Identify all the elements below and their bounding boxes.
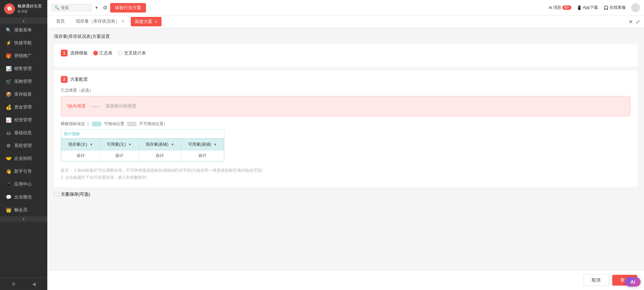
indicator-label-text: 模板指标设定（ xyxy=(61,121,89,127)
wechat-icon: 💬 xyxy=(5,194,11,200)
sidebar-item-marketing[interactable]: 🎁 营销推广 xyxy=(0,49,47,62)
sidebar-item-label: 销售管理 xyxy=(14,66,32,72)
app-version: 标准版 xyxy=(18,9,42,14)
dim-arrow: —— xyxy=(91,104,100,109)
tab-new-scheme[interactable]: 新建方案 ✕ xyxy=(131,17,162,26)
save-checkbox[interactable] xyxy=(54,192,59,197)
radio-summary-label: 汇总表 xyxy=(99,50,113,56)
sidebar-item-wechat[interactable]: 💬 企业微信 xyxy=(0,191,47,203)
sidebar-item-finance[interactable]: 💰 资金管理 xyxy=(0,101,47,114)
col-header-1[interactable]: 可用量(主) ▼ xyxy=(100,139,139,150)
sidebar-item-appstore[interactable]: 📱 应用中心 xyxy=(0,178,47,191)
col-chevron-2: ▼ xyxy=(171,143,174,146)
app-name: 畅康通好生意 xyxy=(18,4,42,9)
app-download-button[interactable]: 📱 App下载 xyxy=(577,5,598,10)
ai-button[interactable]: Ai xyxy=(625,277,641,287)
template-radio-group: 汇总表 交叉统计表 xyxy=(93,50,146,56)
cancel-button[interactable]: 取消 xyxy=(583,274,609,286)
search-input[interactable] xyxy=(61,5,88,10)
inventory-icon: 📦 xyxy=(5,91,11,97)
collapse-button[interactable]: ◀ xyxy=(32,281,36,287)
cell-0-1: 合计 xyxy=(100,150,139,161)
sidebar-item-operations[interactable]: 📈 经营管理 xyxy=(0,114,47,126)
col-header-0[interactable]: 现存量(主) ▼ xyxy=(61,139,100,150)
sidebar-scroll-down[interactable]: ▼ xyxy=(0,216,47,222)
page-title: 现存量(库存状况表)方案设置 xyxy=(54,33,637,40)
stats-table: 现存量(主) ▼ 可用量(主) ▼ 现存量(基辅) ▼ xyxy=(61,139,224,161)
sidebar-item-label: 资金管理 xyxy=(14,104,32,110)
search-icon: 🔍 xyxy=(5,27,11,33)
customer-service-button[interactable]: 🎧 在线客服 xyxy=(603,5,626,10)
search-icon: 🔍 xyxy=(54,5,59,10)
finance-icon: 💰 xyxy=(5,104,11,110)
main-area: 🔍 ▼ ⚙ 体验行业方案 ✉ 消息 99+ 📱 App下载 🎧 在线客服 xyxy=(47,0,644,290)
trial-button[interactable]: 体验行业方案 xyxy=(110,3,146,13)
step1-badge: 1 xyxy=(61,50,68,56)
tab-close-all-icon[interactable]: ✕ xyxy=(628,19,633,25)
tab-home-label: 首页 xyxy=(56,18,65,24)
sidebar-item-label: 营销推广 xyxy=(14,53,32,59)
tab-home[interactable]: 首页 xyxy=(51,16,70,28)
stats-section: 统计指标 现存量(主) ▼ 可用量(主) ▼ xyxy=(61,129,224,162)
sidebar-item-nav[interactable]: ⚡ 快捷导航 xyxy=(0,37,47,49)
indicator-config-row: 模板指标设定（ 可拖动位置 不可拖动位置） xyxy=(61,121,630,127)
radio-summary[interactable]: 汇总表 xyxy=(93,50,113,56)
drag-label: 可拖动位置 xyxy=(104,121,124,127)
drag-indicator xyxy=(92,122,101,126)
col-chevron-1: ▼ xyxy=(128,143,132,146)
sidebar-item-inventory[interactable]: 📦 库存核算 xyxy=(0,88,47,101)
app-logo-icon: 畅 xyxy=(4,3,15,14)
sidebar-item-enterprise[interactable]: 🤝 企业协同 xyxy=(0,152,47,165)
col-chevron-3: ▼ xyxy=(214,143,217,146)
sidebar-item-system[interactable]: ⚙ 系统管理 xyxy=(0,139,47,152)
messages-badge: 99+ xyxy=(562,5,571,10)
dim-required-label: 汇总维度（必选） xyxy=(61,88,630,93)
messages-button[interactable]: ✉ 消息 99+ xyxy=(549,5,571,10)
settings-gear-icon[interactable]: ⚙ xyxy=(103,4,107,11)
app-download-label: App下载 xyxy=(583,5,598,10)
headset-icon: 🎧 xyxy=(603,5,609,10)
step2-header: 2 方案配置 xyxy=(61,76,630,83)
tip-line-0: 提示： 1.拖动标题栏可以调整布局，不可跨维度或指标区域拖动栏目字段(只能在同一… xyxy=(61,168,630,173)
tab-inventory-close[interactable]: ✕ xyxy=(122,19,125,24)
tab-expand-icon[interactable]: ⤢ xyxy=(636,19,640,25)
col-chevron-0: ▼ xyxy=(90,143,93,146)
step1-header: 1 选择模板 汇总表 交叉统计表 xyxy=(61,50,630,56)
sidebar-item-vip[interactable]: 👑 畅会员 xyxy=(0,203,47,216)
search-box[interactable]: 🔍 xyxy=(51,4,92,11)
sidebar-item-search[interactable]: 🔍 搜索菜单 xyxy=(0,24,47,37)
message-icon: ✉ xyxy=(549,5,552,10)
sidebar-item-basic[interactable]: 🗂 基础信息 xyxy=(0,126,47,139)
topbar-right: ✉ 消息 99+ 📱 App下载 🎧 在线客服 xyxy=(549,3,640,12)
table-row: 合计 合计 合计 合计 xyxy=(61,150,224,161)
sidebar-item-newbie[interactable]: 👋 新手引导 xyxy=(0,165,47,178)
app-name-block: 畅康通好生意 标准版 xyxy=(18,4,42,14)
col-label-0: 现存量(主) xyxy=(68,142,87,147)
step2-badge: 2 xyxy=(61,76,68,83)
sidebar-item-label: 新手引导 xyxy=(14,168,32,174)
sidebar-item-label: 采购管理 xyxy=(14,78,32,84)
sidebar-item-label: 搜索菜单 xyxy=(14,27,32,33)
sidebar-scroll-up[interactable]: ▲ xyxy=(0,18,47,24)
basic-icon: 🗂 xyxy=(5,130,11,136)
dim-required-area[interactable]: *纵向维度 —— 请选择分组维度 xyxy=(61,96,630,116)
sidebar-item-label: 经营管理 xyxy=(14,117,32,123)
col-label-3: 可用量(基辅) xyxy=(188,142,211,147)
radio-cross[interactable]: 交叉统计表 xyxy=(118,50,146,56)
sidebar-logo: 畅 畅康通好生意 标准版 xyxy=(0,0,47,18)
save-option: 方案保存(可选) xyxy=(54,191,637,197)
sidebar-item-purchase[interactable]: 🛒 采购管理 xyxy=(0,75,47,88)
search-dropdown-icon[interactable]: ▼ xyxy=(95,5,99,10)
col-header-2[interactable]: 现存量(基辅) ▼ xyxy=(139,139,181,150)
nodrag-indicator xyxy=(127,122,137,126)
sidebar-item-label: 企业微信 xyxy=(14,194,32,200)
radio-cross-label: 交叉统计表 xyxy=(124,50,146,56)
tab-new-scheme-close[interactable]: ✕ xyxy=(154,20,157,24)
step2-section: 2 方案配置 汇总维度（必选） *纵向维度 —— 请选择分组维度 模板指标设定（… xyxy=(54,71,637,187)
tab-inventory[interactable]: 现存量（库存状况表） ✕ xyxy=(71,16,129,28)
col-header-3[interactable]: 可用量(基辅) ▼ xyxy=(181,139,224,150)
sidebar-item-sales[interactable]: 📊 销售管理 xyxy=(0,62,47,75)
cell-0-3: 合计 xyxy=(181,150,224,161)
settings-button[interactable]: ⚙ xyxy=(11,281,16,287)
user-profile-button[interactable] xyxy=(631,3,640,12)
